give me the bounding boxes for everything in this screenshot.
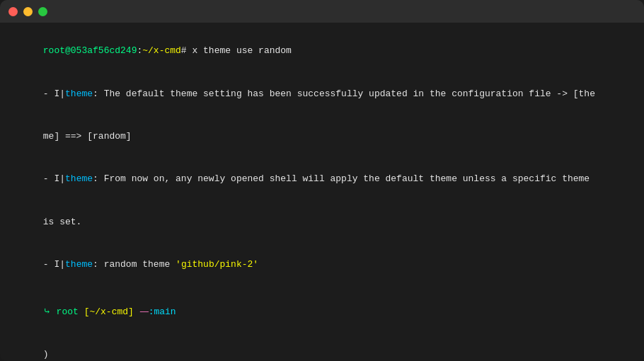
info-line-1a: - I|theme: The default theme setting has…	[10, 72, 634, 115]
titlebar	[0, 0, 644, 23]
command-line-1: root@053af56cd249:~/x-cmd# x theme use r…	[10, 30, 634, 72]
cmd-text: x theme use random	[192, 45, 291, 56]
info-line-1c: - I|theme: From now on, any newly opened…	[10, 158, 634, 200]
terminal-body[interactable]: root@053af56cd249:~/x-cmd# x theme use r…	[0, 23, 644, 361]
info-line-1e: - I|theme: random theme 'github/pink-2'	[10, 243, 634, 286]
info-line-1b: me] ==> [random]	[10, 115, 634, 158]
prompt-path: ~/x-cmd	[142, 45, 181, 56]
close-paren-1: )	[10, 333, 634, 361]
maximize-button[interactable]	[38, 7, 47, 16]
zsh-prompt-1: ⤷ root [~/x-cmd] ⸻:main	[10, 291, 634, 333]
prompt-hash: #	[181, 45, 192, 56]
terminal-window: root@053af56cd249:~/x-cmd# x theme use r…	[0, 0, 644, 361]
prompt-user: root@053af56cd249	[43, 45, 137, 56]
info-line-1d: is set.	[10, 201, 634, 243]
minimize-button[interactable]	[23, 7, 33, 16]
close-button[interactable]	[8, 7, 18, 16]
